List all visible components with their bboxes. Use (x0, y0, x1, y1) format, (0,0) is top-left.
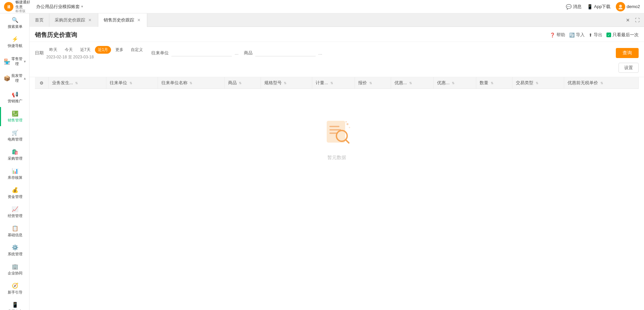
sidebar-item-basic[interactable]: 📋 基础信息 (0, 222, 29, 241)
sort-icon-discount1: ⇅ (409, 81, 412, 85)
sidebar-item-quick[interactable]: ⚡ 快捷导航 (0, 33, 29, 52)
logo-text: 畅捷通好生意 标准版 (15, 0, 34, 13)
svg-text:通: 通 (7, 5, 11, 9)
basic-icon: 📋 (12, 225, 18, 231)
sidebar-item-business[interactable]: 📈 经营管理 (0, 203, 29, 222)
export-action[interactable]: ⬆ 导出 (589, 32, 602, 38)
app-download-action[interactable]: 📱 App下载 (587, 4, 610, 10)
sales-icon: 💹 (12, 110, 18, 117)
empty-text: 暂元数据 (327, 155, 346, 161)
th-quantity[interactable]: 数量 ⇅ (476, 77, 513, 89)
sidebar: 🔍 搜索菜单 ⚡ 快捷导航 🏪 零售管理 ▼ 📦 批发管理 ▲ 📢 营销推广 💹… (0, 13, 30, 310)
product-dots[interactable]: ... (318, 50, 322, 56)
table-section: ⚙ 业务发生... ⇅ 往来单位 ⇅ 往来单位名称 (30, 77, 644, 188)
table-header-row: ⚙ 业务发生... ⇅ 往来单位 ⇅ 往来单位名称 (35, 77, 639, 89)
settings-button[interactable]: 设置 (619, 63, 639, 73)
sort-icon-unit: ⇅ (330, 81, 333, 85)
tab-close-sales[interactable]: ✕ (136, 18, 142, 22)
sort-icon-partner-code: ⇅ (129, 81, 132, 85)
sidebar-item-inventory[interactable]: 📊 库存核算 (0, 164, 29, 184)
tab-maximize-button[interactable]: ⛶ (633, 16, 641, 24)
sidebar-item-marketing[interactable]: 📢 营销推广 (0, 88, 29, 107)
date-btn-yesterday[interactable]: 昨天 (46, 46, 60, 54)
appstore-icon: 📱 (12, 302, 18, 308)
date-btn-more[interactable]: 更多 (112, 46, 126, 54)
date-btn-1month[interactable]: 近1月 (95, 46, 111, 54)
show-last-checkbox-group[interactable]: ✓ 只看最后一次 (606, 32, 639, 38)
th-unit[interactable]: 计量... ⇅ (312, 77, 355, 89)
svg-point-9 (338, 133, 345, 139)
th-partner-code[interactable]: 往来单位 ⇅ (106, 77, 158, 89)
top-bar: 通 畅捷通好生意 标准版 办公用品行业模拟账套 ▾ 💬 消息 📱 App下载 d… (0, 0, 644, 13)
help-icon: ❓ (550, 33, 555, 38)
filter-actions: 查询 (616, 48, 639, 58)
partner-input[interactable] (171, 50, 232, 56)
sidebar-item-enterprise[interactable]: 🏢 企业协同 (0, 260, 29, 279)
th-trade-type[interactable]: 交易类型 ⇅ (513, 77, 564, 89)
th-settings[interactable]: ⚙ (35, 77, 48, 89)
sort-icon-discount2: ⇅ (452, 81, 454, 85)
settings-row: 设置 (35, 63, 639, 73)
tab-bar-actions: ✕ ⛶ (624, 16, 644, 24)
page-header: 销售历史价查询 ❓ 帮助 🔄 导入 ⬆ 导出 ✓ (30, 27, 644, 42)
marketing-icon: 📢 (12, 91, 18, 98)
tab-close-purchase[interactable]: ✕ (87, 18, 93, 22)
sidebar-item-finance[interactable]: 💰 资金管理 (0, 184, 29, 203)
svg-rect-4 (327, 121, 345, 143)
page-title: 销售历史价查询 (35, 31, 77, 39)
sidebar-item-guide[interactable]: 🧭 新手引导 (0, 279, 29, 298)
sidebar-item-search[interactable]: 🔍 搜索菜单 (0, 13, 29, 33)
product-input[interactable] (255, 50, 316, 56)
th-spec[interactable]: 规格型号 ⇅ (261, 77, 312, 89)
date-btn-7days[interactable]: 近7天 (77, 46, 94, 54)
sidebar-item-retail[interactable]: 🏪 零售管理 ▼ (0, 53, 29, 70)
logo-area: 通 畅捷通好生意 标准版 (4, 0, 34, 13)
user-action[interactable]: demo2 (616, 2, 640, 11)
th-product[interactable]: 商品 ⇅ (224, 77, 261, 89)
th-quote[interactable]: 报价 ⇅ (355, 77, 391, 89)
date-buttons: 昨天 今天 近7天 近1月 更多 自定义 (46, 46, 146, 54)
sidebar-item-purchase[interactable]: 🛍️ 采购管理 (0, 145, 29, 164)
th-pretax-price[interactable]: 优惠前无税单价 ⇅ (564, 77, 639, 89)
sidebar-item-appstore[interactable]: 📱 应用中心 (0, 298, 29, 310)
page-content: 销售历史价查询 ❓ 帮助 🔄 导入 ⬆ 导出 ✓ (30, 27, 644, 310)
ecommerce-icon: 🛒 (12, 130, 18, 136)
tab-close-all-button[interactable]: ✕ (624, 16, 632, 24)
sidebar-item-sales[interactable]: 💹 销售管理 (0, 107, 29, 126)
wholesale-chevron-icon: ▲ (23, 76, 26, 80)
date-btn-today[interactable]: 今天 (62, 46, 76, 54)
sort-icon-partner-name: ⇅ (190, 81, 192, 85)
th-discount1[interactable]: 优惠... ⇅ (391, 77, 434, 89)
th-partner-name[interactable]: 往来单位名称 ⇅ (158, 77, 224, 89)
message-icon: 💬 (566, 4, 572, 9)
query-button[interactable]: 查询 (616, 48, 639, 58)
sidebar-item-ecommerce[interactable]: 🛒 电商管理 (0, 126, 29, 145)
phone-icon: 📱 (587, 4, 593, 9)
workspace-selector[interactable]: 办公用品行业模拟账套 ▾ (36, 4, 83, 10)
sidebar-item-system[interactable]: ⚙️ 系统管理 (0, 241, 29, 260)
date-btn-custom[interactable]: 自定义 (128, 46, 146, 54)
show-last-checkbox[interactable]: ✓ (606, 33, 611, 37)
date-filter-group: 昨天 今天 近7天 近1月 更多 自定义 2023-02-18 至 2023-0… (46, 46, 146, 60)
logo-icon: 通 (4, 2, 13, 11)
date-filter: 日期 昨天 今天 近7天 近1月 更多 自定义 2023-02-18 至 202… (35, 46, 146, 60)
tab-sales-history[interactable]: 销售历史价跟踪 ✕ (98, 13, 147, 27)
retail-chevron-icon: ▼ (23, 60, 26, 63)
th-biz-date[interactable]: 业务发生... ⇅ (48, 77, 106, 89)
svg-point-13 (345, 121, 347, 122)
th-discount2[interactable]: 优惠... ⇅ (434, 77, 476, 89)
import-action[interactable]: 🔄 导入 (569, 32, 585, 38)
svg-rect-6 (329, 129, 341, 131)
sort-icon-quantity: ⇅ (491, 81, 493, 85)
product-label: 商品 (244, 50, 253, 56)
message-action[interactable]: 💬 消息 (566, 4, 582, 10)
lightning-icon: ⚡ (12, 36, 18, 42)
top-bar-middle: 办公用品行业模拟账套 ▾ (34, 4, 566, 10)
tab-home[interactable]: 首页 (30, 13, 49, 27)
page-header-actions: ❓ 帮助 🔄 导入 ⬆ 导出 ✓ 只看最后一次 (550, 32, 639, 38)
tab-purchase-history[interactable]: 采购历史价跟踪 ✕ (49, 13, 98, 27)
svg-point-2 (619, 5, 622, 7)
help-action[interactable]: ❓ 帮助 (550, 32, 565, 38)
partner-dots[interactable]: ... (234, 50, 238, 56)
sidebar-item-wholesale[interactable]: 📦 批发管理 ▲ (0, 70, 29, 87)
